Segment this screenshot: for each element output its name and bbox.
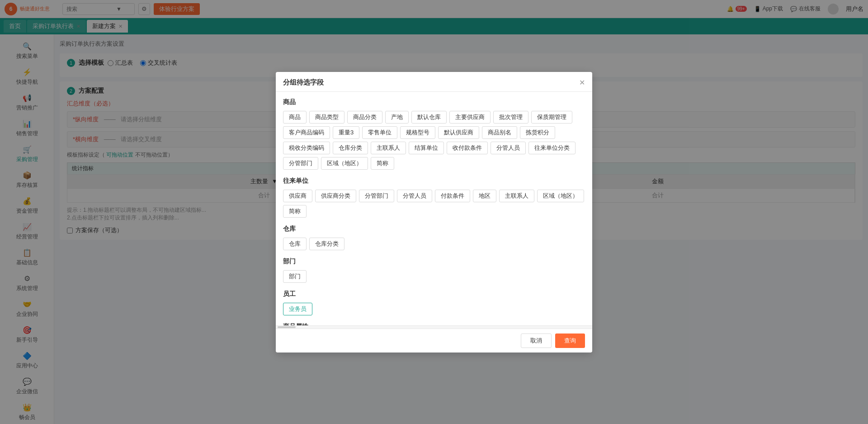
field-tag-abbr[interactable]: 简称 xyxy=(371,157,394,170)
field-tag-product[interactable]: 商品 xyxy=(283,111,307,124)
field-tag-retail-unit[interactable]: 零售单位 xyxy=(362,126,397,139)
field-tag-shelf-life[interactable]: 保质期管理 xyxy=(531,111,572,124)
field-tag-customer-code[interactable]: 客户商品编码 xyxy=(283,126,330,139)
section-warehouse: 仓库 仓库 仓库分类 xyxy=(283,225,585,250)
field-tag-spec-model[interactable]: 规格型号 xyxy=(400,126,435,139)
section-employee: 员工 业务员 xyxy=(283,290,585,315)
section-dept: 部门 部门 xyxy=(283,257,585,283)
section-partner: 往来单位 供应商 供应商分类 分管部门 分管人员 付款条件 地区 主联系人 区域… xyxy=(283,177,585,218)
section-warehouse-tags: 仓库 仓库分类 xyxy=(283,238,585,250)
section-dept-tags: 部门 xyxy=(283,270,585,283)
modal-close-button[interactable]: ✕ xyxy=(579,78,585,87)
field-tag-main-contact[interactable]: 主联系人 xyxy=(371,142,406,154)
section-warehouse-title: 仓库 xyxy=(283,225,585,233)
field-tag-department[interactable]: 部门 xyxy=(283,270,307,283)
section-employee-title: 员工 xyxy=(283,290,585,298)
field-tag-main-supplier[interactable]: 主要供应商 xyxy=(449,111,491,124)
modal: 分组待选字段 ✕ 商品 商品 商品类型 商品分类 产地 默认仓库 主要供应商 批… xyxy=(276,72,592,353)
section-partner-title: 往来单位 xyxy=(283,177,585,185)
field-tag-pick-points[interactable]: 拣货积分 xyxy=(520,126,555,139)
confirm-button[interactable]: 查询 xyxy=(555,333,585,348)
field-tag-default-supplier[interactable]: 默认供应商 xyxy=(438,126,479,139)
section-product-tags: 商品 商品类型 商品分类 产地 默认仓库 主要供应商 批次管理 保质期管理 客户… xyxy=(283,111,585,170)
field-tag-partner-category[interactable]: 往来单位分类 xyxy=(528,142,576,154)
field-tag-payment-condition[interactable]: 付款条件 xyxy=(435,190,470,202)
field-tag-tax-code[interactable]: 税收分类编码 xyxy=(283,142,330,154)
field-tag-supplier[interactable]: 供应商 xyxy=(283,190,312,202)
field-tag-person-in-charge[interactable]: 分管人员 xyxy=(491,142,526,154)
section-employee-tags: 业务员 xyxy=(283,303,585,315)
field-tag-product-category[interactable]: 商品分类 xyxy=(347,111,382,124)
cancel-button[interactable]: 取消 xyxy=(521,333,552,348)
field-tag-region[interactable]: 区域（地区） xyxy=(321,157,368,170)
field-tag-area[interactable]: 地区 xyxy=(473,190,496,202)
field-tag-warehouse-category[interactable]: 仓库分类 xyxy=(333,142,368,154)
section-product: 商品 商品 商品类型 商品分类 产地 默认仓库 主要供应商 批次管理 保质期管理… xyxy=(283,98,585,170)
section-dept-title: 部门 xyxy=(283,257,585,266)
field-tag-region-partner[interactable]: 区域（地区） xyxy=(537,190,584,202)
modal-overlay: 分组待选字段 ✕ 商品 商品 商品类型 商品分类 产地 默认仓库 主要供应商 批… xyxy=(0,0,868,424)
field-tag-warehouse[interactable]: 仓库 xyxy=(283,238,307,250)
field-tag-origin[interactable]: 产地 xyxy=(385,111,409,124)
field-tag-salesperson[interactable]: 业务员 xyxy=(283,303,312,315)
field-tag-product-alias[interactable]: 商品别名 xyxy=(482,126,517,139)
modal-title: 分组待选字段 xyxy=(283,78,324,87)
modal-footer-left xyxy=(283,333,517,348)
field-tag-product-type[interactable]: 商品类型 xyxy=(309,111,344,124)
modal-horizontal-scrollbar[interactable] xyxy=(276,325,592,329)
field-tag-main-contact-partner[interactable]: 主联系人 xyxy=(499,190,534,202)
modal-body: 商品 商品 商品类型 商品分类 产地 默认仓库 主要供应商 批次管理 保质期管理… xyxy=(276,92,592,325)
modal-header: 分组待选字段 ✕ xyxy=(276,72,592,92)
field-tag-dept[interactable]: 分管部门 xyxy=(283,157,318,170)
field-tag-batch-mgmt[interactable]: 批次管理 xyxy=(493,111,528,124)
section-partner-tags: 供应商 供应商分类 分管部门 分管人员 付款条件 地区 主联系人 区域（地区） … xyxy=(283,190,585,218)
field-tag-partner-dept[interactable]: 分管部门 xyxy=(359,190,394,202)
field-tag-supplier-category[interactable]: 供应商分类 xyxy=(315,190,356,202)
field-tag-weight3[interactable]: 重量3 xyxy=(333,126,359,139)
modal-footer: 取消 查询 xyxy=(276,329,592,353)
field-tag-warehouse-cat[interactable]: 仓库分类 xyxy=(309,238,344,250)
modal-hscroll-bar xyxy=(278,326,296,328)
field-tag-partner-person[interactable]: 分管人员 xyxy=(397,190,432,202)
field-tag-default-warehouse[interactable]: 默认仓库 xyxy=(411,111,447,124)
field-tag-payment-terms[interactable]: 收付款条件 xyxy=(447,142,488,154)
section-product-title: 商品 xyxy=(283,98,585,106)
field-tag-settlement-unit[interactable]: 结算单位 xyxy=(409,142,444,154)
field-tag-abbr-partner[interactable]: 简称 xyxy=(283,205,307,218)
